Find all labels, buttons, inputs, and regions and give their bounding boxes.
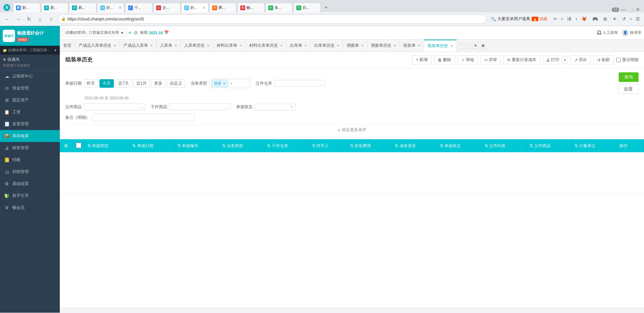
nav-tab-out-order[interactable]: 出库单 ✕ [286, 40, 311, 52]
browser-tab-11[interactable]: 目 目... [293, 3, 321, 12]
nav-tab-prod-in-history[interactable]: 产成品入库单历史 ✕ [75, 40, 120, 52]
col-settings[interactable]: ⚙ [60, 139, 72, 152]
browser-tab-8[interactable]: 腾 腾... [209, 3, 237, 12]
new-button[interactable]: + 新增 [412, 55, 431, 65]
biz-type-tag-close[interactable]: ✕ [223, 82, 226, 85]
browser-tab-9[interactable]: 畅 畅... [237, 3, 265, 12]
company-selector[interactable]: (勿删勿禁用）江西服宝测试专用 ▼ [63, 29, 126, 37]
sidebar-item-invoice[interactable]: 🧾 发票管理 [0, 118, 60, 130]
col-child-warehouse[interactable]: ⇅ 子件仓库 [264, 139, 309, 152]
filter-collapse-button[interactable]: ∧ 收起更多条件 [65, 125, 639, 135]
browser-tab-5[interactable]: 个 个... [125, 3, 152, 12]
nav-tab-in-history-close[interactable]: ✕ [207, 44, 210, 47]
calendar-icon[interactable]: 📅 [164, 30, 169, 35]
nav-tab-home[interactable]: 首页 [60, 40, 75, 52]
nav-tab-out-order-close[interactable]: ✕ [304, 44, 307, 47]
select-all-checkbox[interactable] [76, 143, 81, 148]
settings-gear-icon[interactable]: ⚙ [134, 30, 138, 35]
home-button[interactable]: ⌂ [36, 15, 44, 24]
nav-tab-in-order-close[interactable]: ✕ [174, 44, 177, 47]
grid-icon[interactable]: ⊞ [602, 16, 608, 22]
nav-tab-next[interactable]: › [465, 43, 471, 49]
col-doc-status[interactable]: ⇅ 单据状态 [437, 139, 482, 152]
emoji-icon[interactable]: 🦊 [580, 16, 588, 22]
sidebar-item-guide[interactable]: 🔰 新手引导 [0, 190, 60, 202]
export-button[interactable]: ↗ 导出 [571, 55, 591, 65]
nav-tab-in-order[interactable]: 入库单 ✕ [157, 40, 181, 52]
sidebar-item-fund[interactable]: ⊙ 资金管理 [0, 82, 60, 94]
date-btn-more[interactable]: 更多 [151, 79, 165, 88]
nav-tab-out-history-close[interactable]: ✕ [337, 44, 339, 47]
browser-tab-7[interactable]: 好 好... ✕ [181, 3, 209, 12]
browser-tab-1[interactable]: 新 新... [13, 3, 40, 12]
nav-tab-kit-history-close[interactable]: ✕ [450, 44, 453, 48]
sidebar-company-selector[interactable]: 📁 (勿删勿禁用）江西服宝测试专用 ▼ [0, 46, 60, 55]
col-doc-no[interactable]: ⇅ 单据编号 [174, 139, 219, 152]
add-company-btn[interactable]: + [129, 30, 132, 36]
close-button[interactable]: ✕ [636, 7, 640, 12]
sidebar-item-archive[interactable]: 🗂 归档管理 [0, 166, 60, 178]
brightness-icon[interactable]: ☀ [611, 16, 618, 22]
print-arrow-button[interactable]: ▾ [562, 56, 568, 63]
new-tab-button[interactable]: + [321, 3, 331, 12]
show-detail-checkbox[interactable] [616, 58, 621, 62]
back-button[interactable]: ← [3, 15, 12, 24]
col-cost-diff[interactable]: ⇅ 成本差异 [392, 139, 437, 152]
nav-tab-assembly-history[interactable]: 调拨单历史 ✕ [367, 40, 400, 52]
nav-tab-mat-out-history-close[interactable]: ✕ [280, 44, 283, 47]
browser-tab-10[interactable]: 各 各... [265, 3, 293, 12]
nav-tab-mat-out-history[interactable]: 材料出库单历史 ✕ [246, 40, 286, 52]
sidebar-item-settle[interactable]: 📒 结账 [0, 154, 60, 166]
nav-tab-prod-in-close[interactable]: ✕ [150, 44, 153, 47]
sidebar-item-fixed-asset[interactable]: ⊞ 固定资产 [0, 94, 60, 106]
browser-tab-2[interactable]: 易 易... [41, 3, 68, 12]
biz-type-input[interactable]: 组装 ✕ ▼ [209, 79, 250, 88]
nav-tab-kit-history[interactable]: 组装单历史 ✕ [424, 40, 457, 52]
parent-warehouse-input[interactable]: ... [274, 80, 325, 87]
delete-button[interactable]: 🗑 删除 [434, 55, 455, 65]
col-settings-icon[interactable]: ⚙ [63, 142, 69, 149]
nav-tab-in-history[interactable]: 入库单历史 ✕ [181, 40, 213, 52]
nav-tab-prod-in[interactable]: 产成品入库单 ✕ [120, 40, 157, 52]
child-goods-input[interactable]: ... [169, 103, 231, 110]
service-button[interactable]: 🎧 人工咨询 [597, 30, 618, 35]
date-btn-today[interactable]: 今天 [99, 79, 114, 88]
refresh-button[interactable]: ↺ 刷新 [593, 55, 614, 65]
forward-button[interactable]: → [14, 15, 23, 24]
col-doc-date[interactable]: ⇅ 单据日期 [130, 139, 174, 152]
nav-tab-menu[interactable]: ⊞ [480, 43, 486, 49]
col-unit[interactable]: ⇅ 计量单位 [572, 139, 617, 152]
browser-tab-3[interactable]: 易 易... [69, 3, 96, 12]
browser-tab-6[interactable]: 企 企... [153, 3, 180, 12]
col-biz-type[interactable]: ⇅ 业务类型 [219, 139, 264, 152]
col-handler[interactable]: ⇅ 经手人 [309, 139, 347, 152]
date-btn-yesterday[interactable]: 昨天 [84, 79, 98, 88]
sidebar-item-tax[interactable]: 🖨 税务管理 [0, 142, 60, 154]
nav-tab-mat-out-close[interactable]: ✕ [239, 44, 242, 47]
nav-tab-assembly-close[interactable]: ✕ [361, 44, 364, 47]
scrollbar-area[interactable] [60, 308, 644, 313]
translate-icon[interactable]: 译 [566, 15, 573, 23]
url-input[interactable]: 🔒 https://cloud.chanjet.com/accounting/u… [57, 14, 487, 24]
nav-tab-assembly-history-close[interactable]: ✕ [393, 44, 396, 47]
game-icon[interactable]: 🎮 [591, 16, 599, 22]
date-btn-7days[interactable]: 近7天 [115, 79, 132, 88]
nav-tab-out-history[interactable]: 出库单历史 ✕ [311, 40, 343, 52]
nav-tab-kit[interactable]: 组装单 ✕ [400, 40, 424, 52]
col-doc-type[interactable]: ⇅ 单据类型 [85, 139, 130, 152]
scissors-icon[interactable]: ✂ [552, 16, 559, 22]
sidebar-item-salary[interactable]: 📋 工资 [0, 106, 60, 118]
col-disassembly-fee[interactable]: ⇅ 拆装费用 [347, 139, 392, 152]
parent-goods-input[interactable]: ... [84, 103, 145, 110]
sidebar-item-inventory[interactable]: 📦 库存核算 [0, 130, 60, 142]
bookmark-button[interactable]: ☆ [46, 15, 55, 24]
review-button[interactable]: ✓ 审核 [458, 55, 478, 65]
recalc-button[interactable]: ↻ 重新计算成本 [504, 55, 540, 65]
menu-icon[interactable]: ☰ [634, 16, 641, 22]
sidebar-item-cloud-report[interactable]: ☁ 云报表中心 [0, 70, 60, 82]
filter-settings-button[interactable]: 设置 [618, 84, 639, 94]
note-input[interactable] [92, 114, 194, 121]
reload-button[interactable]: ↻ [25, 15, 33, 24]
maximize-button[interactable]: ⬜ [628, 7, 634, 12]
minimize-button[interactable]: — [621, 7, 626, 12]
